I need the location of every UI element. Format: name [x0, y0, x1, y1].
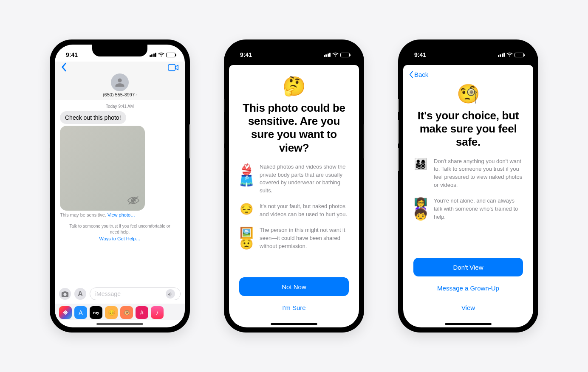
phone-warning-sheet: 9:41 🤔 This photo could be sensitive. Ar… — [224, 39, 364, 333]
family-icon: 👨‍👩‍👧‍👦 — [413, 158, 428, 169]
tray-applepay[interactable]: Pay — [90, 306, 102, 319]
point-2: 😔 It's not your fault, but naked photos … — [239, 203, 349, 219]
ways-to-get-help-link[interactable]: Ways to Get Help… — [60, 236, 180, 241]
tray-hashtag[interactable]: # — [136, 306, 148, 319]
monocle-emoji: 🧐 — [413, 83, 523, 105]
camera-button[interactable] — [59, 288, 71, 300]
back-button[interactable]: Back — [409, 71, 428, 78]
not-now-button[interactable]: Not Now — [239, 277, 349, 296]
app-store-button[interactable]: A — [74, 288, 86, 300]
messages-thread: Today 9:41 AM Check out this photo! This… — [55, 100, 185, 284]
status-time: 9:41 — [414, 51, 426, 58]
app-tray: ❋ A Pay 😊 🐵 # ♪ — [55, 304, 185, 320]
sheet-title: It's your choice, but make sure you feel… — [413, 109, 523, 149]
contact-avatar[interactable] — [111, 73, 129, 91]
message-timestamp: Today 9:41 AM — [60, 104, 180, 109]
home-indicator[interactable] — [96, 323, 143, 325]
cellular-icon — [150, 53, 157, 57]
facetime-button[interactable] — [168, 64, 179, 73]
point-1: 👨‍👩‍👧‍👦 Don't share anything you don't w… — [413, 158, 523, 189]
wifi-icon — [332, 52, 339, 57]
message-grownup-button[interactable]: Message a Grown-Up — [413, 280, 523, 296]
dont-view-button[interactable]: Don't View — [413, 258, 523, 276]
view-button[interactable]: View — [413, 299, 523, 316]
help-text: Talk to someone you trust if you feel un… — [60, 223, 180, 235]
cellular-icon — [498, 53, 505, 57]
battery-icon — [166, 53, 175, 57]
battery-icon — [340, 53, 350, 57]
swimwear-icon: 👙🩳 — [239, 164, 254, 186]
thinking-emoji: 🤔 — [239, 75, 349, 97]
wifi-icon — [506, 52, 513, 57]
sad-emoji-icon: 😔 — [239, 203, 254, 214]
tray-appstore[interactable]: A — [74, 306, 87, 319]
audio-message-icon[interactable] — [166, 289, 175, 299]
contact-name[interactable]: (650) 555-8997› — [103, 92, 137, 97]
battery-icon — [514, 53, 524, 57]
messages-header: (650) 555-8997› — [55, 62, 185, 100]
svg-rect-0 — [168, 65, 175, 71]
choice-sheet: Back 🧐 It's your choice, but make sure y… — [403, 65, 533, 327]
message-input-bar: A iMessage — [55, 284, 185, 304]
tray-music[interactable]: ♪ — [151, 306, 164, 319]
sensitive-warning-sheet: 🤔 This photo could be sensitive. Are you… — [229, 65, 359, 327]
sensitive-caption: This may be sensitive. View photo… — [60, 212, 180, 217]
message-bubble: Check out this photo! — [60, 111, 126, 124]
teacher-icon: 👩‍🏫🧒 — [413, 198, 428, 220]
point-2: 👩‍🏫🧒 You're not alone, and can always ta… — [413, 197, 523, 221]
sheet-title: This photo could be sensitive. Are you s… — [239, 101, 349, 155]
eye-off-icon — [127, 195, 140, 206]
blurred-photo[interactable] — [60, 126, 145, 211]
point-1: 👙🩳 Naked photos and videos show the priv… — [239, 163, 349, 195]
status-time: 9:41 — [66, 51, 78, 58]
phone-choice-sheet: 9:41 Back 🧐 It's your choice, but make s… — [398, 39, 538, 333]
point-3: 🖼️😟 The person in this might not want it… — [239, 226, 349, 251]
message-input[interactable]: iMessage — [90, 287, 181, 300]
status-time: 9:41 — [240, 51, 252, 58]
home-indicator[interactable] — [445, 323, 492, 325]
view-photo-link[interactable]: View photo… — [107, 212, 135, 217]
tray-stickers[interactable]: 🐵 — [120, 306, 133, 319]
tray-memoji[interactable]: 😊 — [105, 306, 118, 319]
im-sure-button[interactable]: I'm Sure — [239, 299, 349, 316]
back-button[interactable] — [61, 62, 67, 74]
cellular-icon — [324, 53, 331, 57]
home-indicator[interactable] — [271, 323, 317, 325]
wifi-icon — [158, 52, 164, 57]
phone-messages: 9:41 (650) 555-8997› — [50, 39, 190, 333]
svg-line-2 — [129, 197, 139, 205]
frame-icon: 🖼️😟 — [239, 227, 254, 249]
tray-photos[interactable]: ❋ — [59, 306, 72, 319]
